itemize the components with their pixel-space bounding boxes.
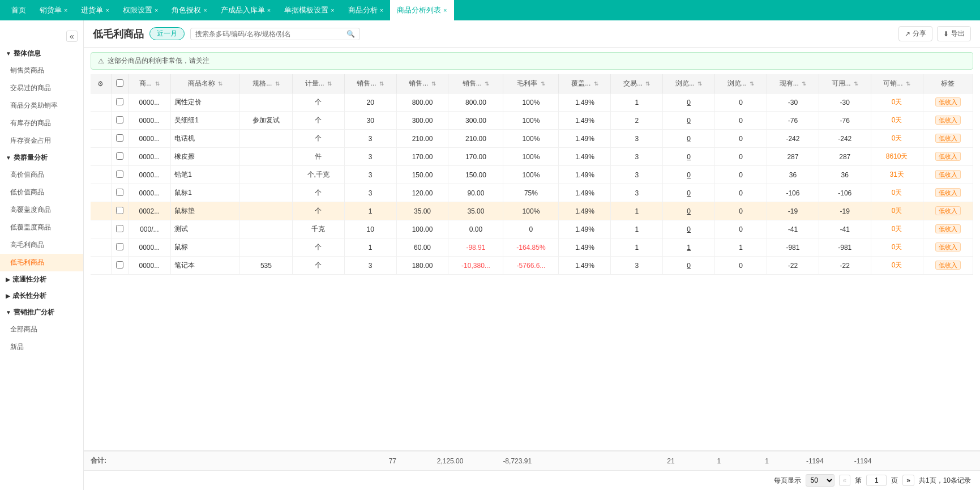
cell-sales-qty: 30 (344, 112, 396, 130)
cell-checkbox[interactable] (111, 220, 128, 238)
sidebar-group-circulation[interactable]: ▶ 流通性分析 (0, 271, 83, 288)
cell-views1[interactable]: 1 (663, 238, 715, 257)
cell-current-stock: -30 (767, 93, 819, 112)
sidebar-group-cluster[interactable]: ▼ 类群量分析 (0, 150, 83, 166)
nav-finished-goods[interactable]: 产成品入库单 × (214, 0, 277, 20)
cell-views1[interactable]: 0 (663, 112, 715, 130)
cell-checkbox[interactable] (111, 257, 128, 275)
column-saleable[interactable]: 可销... ⇅ (871, 74, 923, 93)
cell-views1[interactable]: 0 (663, 257, 715, 275)
chevron-right-icon: ▶ (6, 276, 10, 283)
column-sales-profit[interactable]: 销售... ⇅ (448, 74, 503, 93)
cell-checkbox[interactable] (111, 93, 128, 112)
sidebar-item-all-goods[interactable]: 全部商品 (0, 321, 83, 338)
column-checkbox[interactable] (111, 74, 128, 93)
totals-sales-price: 2,125.00 (417, 457, 484, 465)
sidebar-item-new-goods[interactable]: 新品 (0, 338, 83, 356)
close-icon[interactable]: × (267, 7, 271, 14)
close-icon[interactable]: × (443, 7, 447, 14)
column-gross-margin[interactable]: 毛利率 ⇅ (503, 74, 559, 93)
close-icon[interactable]: × (105, 7, 109, 14)
sidebar-item-traded-goods[interactable]: 交易过的商品 (0, 79, 83, 97)
sidebar-group-growth[interactable]: ▶ 成长性分析 (0, 288, 83, 304)
column-transactions[interactable]: 交易... ⇅ (611, 74, 663, 93)
cell-views1[interactable]: 0 (663, 202, 715, 220)
cell-sales-qty: 1 (344, 202, 396, 220)
cell-views1[interactable]: 0 (663, 130, 715, 148)
nav-role-auth[interactable]: 角色授权 × (165, 0, 213, 20)
close-icon[interactable]: × (380, 7, 383, 14)
column-settings[interactable]: ⚙ (91, 74, 111, 93)
nav-purchase-order[interactable]: 进货单 × (74, 0, 115, 20)
cell-sales-price: 180.00 (396, 257, 448, 275)
cell-sales-price: 60.00 (396, 238, 448, 257)
filter-recent-month-button[interactable]: 近一月 (149, 27, 185, 40)
sidebar-item-inventory-capital[interactable]: 库存资金占用 (0, 132, 83, 150)
nav-product-analysis-list[interactable]: 商品分析列表 × (390, 0, 453, 20)
nav-sales-order[interactable]: 销货单 × (33, 0, 74, 20)
sidebar-item-high-value[interactable]: 高价值商品 (0, 166, 83, 184)
column-sales-qty[interactable]: 销售... ⇅ (344, 74, 396, 93)
column-available[interactable]: 可用... ⇅ (819, 74, 871, 93)
sidebar-item-high-coverage[interactable]: 高覆盖度商品 (0, 201, 83, 219)
select-all-checkbox[interactable] (116, 79, 123, 87)
cell-name: 电话机 (171, 130, 240, 148)
column-views2[interactable]: 浏览... ⇅ (715, 74, 767, 93)
export-button[interactable]: ⬇ 导出 (937, 26, 971, 41)
sidebar-group-overall[interactable]: ▼ 整体信息 (0, 45, 83, 62)
cell-code: 0000... (128, 257, 171, 275)
cell-views1[interactable]: 0 (663, 220, 715, 238)
prev-page-button[interactable]: « (839, 475, 851, 486)
close-icon[interactable]: × (155, 7, 158, 14)
next-page-button[interactable]: » (902, 475, 914, 486)
close-icon[interactable]: × (64, 7, 67, 14)
nav-permission-settings[interactable]: 权限设置 × (116, 0, 165, 20)
close-icon[interactable]: × (331, 7, 334, 14)
nav-home[interactable]: 首页 (5, 0, 33, 20)
cell-checkbox[interactable] (111, 238, 128, 257)
per-page-select[interactable]: 50 100 200 (806, 474, 835, 487)
sidebar-item-category-sales-rate[interactable]: 商品分类助销率 (0, 97, 83, 114)
sidebar-group-marketing[interactable]: ▼ 营销推广分析 (0, 304, 83, 321)
cell-views1[interactable]: 0 (663, 184, 715, 202)
cell-available: 287 (819, 148, 871, 166)
cell-unit: 个,千克 (292, 166, 344, 184)
cell-checkbox[interactable] (111, 166, 128, 184)
cell-checkbox[interactable] (111, 184, 128, 202)
sidebar-item-low-margin[interactable]: 低毛利商品 (0, 254, 83, 271)
cell-tag: 低收入 (923, 112, 973, 130)
cell-sales-profit: 0.00 (448, 220, 503, 238)
cell-transactions: 3 (611, 148, 663, 166)
column-spec[interactable]: 规格... ⇅ (239, 74, 292, 93)
page-input[interactable] (866, 475, 887, 486)
cell-views1[interactable]: 0 (663, 148, 715, 166)
sidebar-item-in-stock-goods[interactable]: 有库存的商品 (0, 114, 83, 132)
cell-checkbox[interactable] (111, 148, 128, 166)
column-sales-price[interactable]: 销售... ⇅ (396, 74, 448, 93)
search-icon[interactable]: 🔍 (346, 30, 355, 38)
sidebar-item-high-margin[interactable]: 高毛利商品 (0, 236, 83, 254)
column-current-stock[interactable]: 现有... ⇅ (767, 74, 819, 93)
nav-product-analysis[interactable]: 商品分析 × (341, 0, 390, 20)
column-coverage[interactable]: 覆盖... ⇅ (559, 74, 611, 93)
cell-sales-qty: 3 (344, 130, 396, 148)
share-button[interactable]: ↗ 分享 (898, 26, 932, 41)
column-code[interactable]: 商... ⇅ (128, 74, 171, 93)
sidebar-item-sales-goods[interactable]: 销售类商品 (0, 62, 83, 79)
cell-tag: 低收入 (923, 257, 973, 275)
column-unit[interactable]: 计量... ⇅ (292, 74, 344, 93)
cell-checkbox[interactable] (111, 130, 128, 148)
cell-views1[interactable]: 0 (663, 166, 715, 184)
sidebar-item-low-coverage[interactable]: 低覆盖度商品 (0, 219, 83, 236)
close-icon[interactable]: × (203, 7, 207, 14)
cell-sales-price: 800.00 (396, 93, 448, 112)
cell-checkbox[interactable] (111, 112, 128, 130)
sidebar-collapse-button[interactable]: « (66, 31, 78, 42)
sidebar-item-low-value[interactable]: 低价值商品 (0, 184, 83, 201)
search-input[interactable] (195, 30, 346, 38)
column-name[interactable]: 商品名称 ⇅ (171, 74, 240, 93)
nav-template-settings[interactable]: 单据模板设置 × (277, 0, 341, 20)
cell-checkbox[interactable] (111, 202, 128, 220)
cell-views1[interactable]: 0 (663, 93, 715, 112)
column-views1[interactable]: 浏览... ⇅ (663, 74, 715, 93)
